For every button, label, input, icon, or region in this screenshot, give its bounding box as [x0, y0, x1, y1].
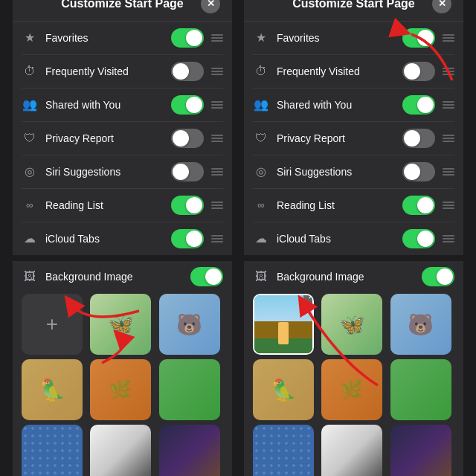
left-close-button[interactable]: ✕ — [201, 0, 220, 13]
left-shared-icon: 👥 — [22, 97, 38, 113]
left-siri-toggle[interactable] — [171, 162, 204, 181]
right-privacy-icon: 🛡 — [253, 130, 269, 147]
left-tile-blue[interactable] — [22, 425, 83, 477]
left-reading-icon: ∞ — [22, 197, 38, 213]
right-privacy-toggle[interactable] — [402, 129, 435, 148]
left-icloud-handle[interactable] — [211, 235, 223, 242]
right-tile-butterfly[interactable] — [321, 294, 382, 355]
right-favorites-handle[interactable] — [443, 34, 454, 42]
left-tile-geo[interactable] — [90, 425, 151, 477]
right-bg-toggle[interactable] — [422, 267, 454, 286]
left-favorites-toggle[interactable] — [171, 28, 204, 48]
left-freq-label: Frequently Visited — [45, 65, 164, 77]
right-shared-toggle[interactable] — [402, 95, 435, 115]
left-favorites-icon: ★ — [22, 30, 38, 46]
right-reading-label: Reading List — [277, 199, 395, 211]
right-freq-toggle[interactable] — [402, 62, 435, 81]
left-favorites-label: Favorites — [45, 32, 164, 44]
left-favorites-handle[interactable] — [211, 34, 223, 42]
right-tile-dark-geo[interactable] — [390, 425, 451, 477]
left-reading-handle[interactable] — [211, 202, 223, 209]
right-divider — [244, 255, 463, 261]
right-siri-label: Siri Suggestions — [277, 166, 395, 178]
right-tile-green[interactable] — [390, 359, 451, 420]
right-privacy-label: Privacy Report — [277, 132, 395, 144]
right-row-siri: ◎ Siri Suggestions — [253, 155, 454, 189]
right-siri-handle[interactable] — [443, 168, 454, 176]
left-settings-list: ★ Favorites ⏱ Frequently Visited 👥 Share… — [13, 22, 232, 255]
left-shared-handle[interactable] — [211, 101, 223, 109]
left-reading-label: Reading List — [45, 199, 164, 211]
left-bg-icon: 🖼 — [22, 268, 38, 285]
right-bg-section: 🖼 Background Image ✕ — [244, 261, 463, 477]
right-shared-label: Shared with You — [277, 99, 395, 111]
right-reading-toggle[interactable] — [402, 196, 435, 215]
right-row-shared: 👥 Shared with You — [253, 89, 454, 122]
right-tile-orange[interactable] — [321, 359, 382, 420]
left-row-siri: ◎ Siri Suggestions — [22, 155, 223, 189]
left-privacy-label: Privacy Report — [45, 132, 164, 144]
right-reading-handle[interactable] — [443, 202, 454, 209]
right-tile-photo[interactable]: ✕ — [253, 294, 314, 355]
left-tile-parrot[interactable] — [22, 359, 83, 420]
left-panel-wrap: Customize Start Page ✕ ★ Favorites ⏱ Fre… — [13, 0, 232, 476]
left-bg-row: 🖼 Background Image — [22, 267, 223, 286]
right-tile-parrot[interactable] — [253, 359, 314, 420]
right-favorites-toggle[interactable] — [402, 28, 435, 48]
left-row-freq: ⏱ Frequently Visited — [22, 55, 223, 89]
left-row-shared: 👥 Shared with You — [22, 89, 223, 122]
right-siri-toggle[interactable] — [402, 162, 435, 181]
left-icloud-icon: ☁ — [22, 231, 38, 247]
right-reading-icon: ∞ — [253, 197, 269, 213]
left-bg-grid: + — [22, 294, 223, 477]
left-reading-toggle[interactable] — [171, 196, 204, 215]
photo-inner — [254, 295, 312, 353]
left-freq-toggle[interactable] — [171, 62, 204, 81]
right-privacy-handle[interactable] — [443, 135, 454, 142]
right-tile-geo[interactable] — [321, 425, 382, 477]
right-row-freq: ⏱ Frequently Visited — [253, 55, 454, 89]
right-favorites-label: Favorites — [277, 32, 395, 44]
left-bg-toggle[interactable] — [190, 267, 223, 286]
left-tile-bear[interactable] — [159, 294, 220, 355]
right-favorites-icon: ★ — [253, 30, 269, 46]
right-icloud-toggle[interactable] — [402, 229, 435, 248]
left-tile-orange[interactable] — [90, 359, 151, 420]
left-shared-label: Shared with You — [45, 99, 164, 111]
left-freq-handle[interactable] — [211, 68, 223, 75]
left-privacy-icon: 🛡 — [22, 130, 38, 147]
right-bg-label: Background Image — [277, 271, 414, 283]
right-panel: Customize Start Page ✕ ★ Favorites ⏱ Fre… — [244, 0, 463, 476]
left-icloud-label: iCloud Tabs — [45, 233, 164, 245]
left-tile-dark-geo[interactable] — [159, 425, 220, 477]
right-close-button[interactable]: ✕ — [432, 0, 451, 13]
right-panel-wrap: Customize Start Page ✕ ★ Favorites ⏱ Fre… — [244, 0, 463, 476]
left-row-privacy: 🛡 Privacy Report — [22, 122, 223, 155]
left-row-reading: ∞ Reading List — [22, 189, 223, 222]
left-privacy-toggle[interactable] — [171, 129, 204, 148]
right-shared-handle[interactable] — [443, 101, 454, 109]
left-add-tile[interactable]: + — [22, 294, 83, 355]
right-shared-icon: 👥 — [253, 97, 269, 113]
right-row-favorites: ★ Favorites — [253, 22, 454, 55]
left-bg-section: 🖼 Background Image + — [13, 261, 232, 477]
right-freq-label: Frequently Visited — [277, 65, 395, 77]
right-row-icloud: ☁ iCloud Tabs — [253, 222, 454, 255]
left-privacy-handle[interactable] — [211, 135, 223, 142]
left-tile-butterfly[interactable] — [90, 294, 151, 355]
left-shared-toggle[interactable] — [171, 95, 204, 115]
right-row-reading: ∞ Reading List — [253, 189, 454, 222]
left-panel-header: Customize Start Page ✕ — [13, 0, 232, 22]
plus-icon: + — [46, 314, 58, 335]
left-siri-handle[interactable] — [211, 168, 223, 176]
left-tile-green[interactable] — [159, 359, 220, 420]
left-icloud-toggle[interactable] — [171, 229, 204, 248]
left-row-icloud: ☁ iCloud Tabs — [22, 222, 223, 255]
right-icloud-handle[interactable] — [443, 235, 454, 242]
right-freq-icon: ⏱ — [253, 63, 269, 80]
right-panel-header: Customize Start Page ✕ — [244, 0, 463, 22]
right-freq-handle[interactable] — [443, 68, 454, 75]
right-tile-blue[interactable] — [253, 425, 314, 477]
right-tile-bear[interactable] — [390, 294, 451, 355]
right-icloud-label: iCloud Tabs — [277, 233, 395, 245]
